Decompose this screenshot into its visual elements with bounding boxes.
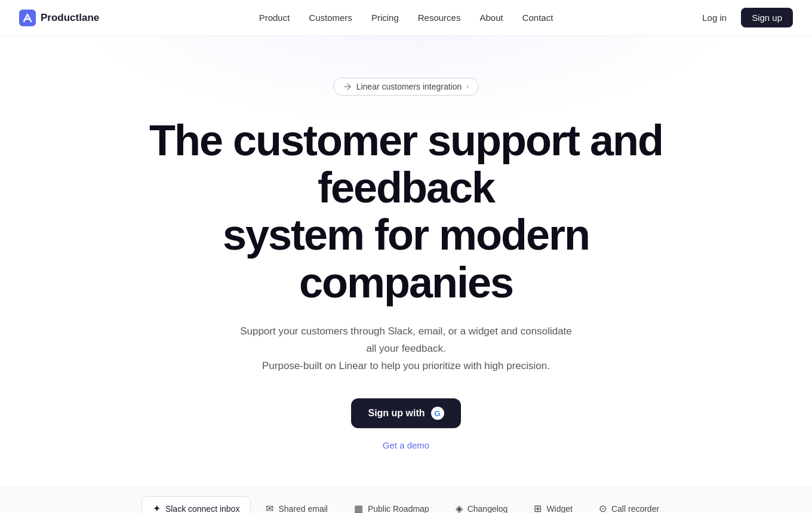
tab-widget[interactable]: ⊞ Widget — [522, 496, 584, 513]
nav-resources[interactable]: Resources — [410, 9, 469, 26]
hero-section: Linear customers integration › The custo… — [0, 0, 812, 486]
tab-call-label: Call recorder — [611, 504, 659, 513]
nav-links: Product Customers Pricing Resources Abou… — [251, 9, 562, 26]
nav-contact[interactable]: Contact — [514, 9, 562, 26]
google-icon: G — [431, 407, 444, 420]
slack-icon: ✦ — [153, 503, 161, 513]
tab-changelog-label: Changelog — [467, 504, 508, 513]
feature-tabs-bar: ✦ Slack connect inbox ✉ Shared email ▦ P… — [0, 486, 812, 513]
hero-title: The customer support and feedback system… — [137, 117, 675, 306]
announcement-badge[interactable]: Linear customers integration › — [333, 78, 479, 96]
badge-icon — [343, 82, 352, 91]
tab-call[interactable]: ⊙ Call recorder — [588, 496, 670, 513]
logo-link[interactable]: Productlane — [19, 10, 99, 26]
nav-actions: Log in Sign up — [695, 8, 793, 27]
email-icon: ✉ — [266, 503, 273, 513]
hero-subtitle1: Support your customers through Slack, em… — [240, 325, 572, 354]
tab-roadmap-label: Public Roadmap — [368, 504, 429, 513]
nav-customers[interactable]: Customers — [300, 9, 361, 26]
logo-icon — [19, 10, 36, 26]
cta-label: Sign up with — [368, 408, 425, 419]
hero-subtitle: Support your customers through Slack, em… — [239, 323, 573, 375]
nav-about[interactable]: About — [471, 9, 511, 26]
tab-roadmap[interactable]: ▦ Public Roadmap — [343, 496, 441, 513]
badge-text: Linear customers integration — [356, 82, 462, 91]
roadmap-icon: ▦ — [354, 503, 363, 513]
login-button[interactable]: Log in — [695, 9, 734, 26]
widget-icon: ⊞ — [534, 503, 542, 513]
tab-email-label: Shared email — [278, 504, 328, 513]
svg-rect-0 — [19, 10, 36, 26]
changelog-icon: ◈ — [456, 503, 463, 513]
tab-changelog[interactable]: ◈ Changelog — [444, 496, 519, 513]
demo-link[interactable]: Get a demo — [383, 440, 429, 450]
tab-slack-label: Slack connect inbox — [165, 504, 240, 513]
hero-title-line2: system for modern companies — [223, 211, 589, 306]
nav-product[interactable]: Product — [251, 9, 299, 26]
nav-pricing[interactable]: Pricing — [363, 9, 407, 26]
cta-icon-group: G — [431, 407, 444, 420]
tab-slack[interactable]: ✦ Slack connect inbox — [142, 496, 251, 513]
logo-text: Productlane — [41, 12, 99, 24]
hero-subtitle2: Purpose-built on Linear to help you prio… — [262, 360, 550, 371]
hero-title-line1: The customer support and feedback — [149, 116, 663, 211]
navbar: Productlane Product Customers Pricing Re… — [0, 0, 812, 36]
cta-signup-button[interactable]: Sign up with G — [351, 398, 460, 428]
tab-widget-label: Widget — [546, 504, 573, 513]
signup-button[interactable]: Sign up — [741, 8, 793, 27]
badge-chevron-icon: › — [466, 82, 469, 91]
call-icon: ⊙ — [599, 503, 607, 513]
tab-email[interactable]: ✉ Shared email — [254, 496, 339, 513]
